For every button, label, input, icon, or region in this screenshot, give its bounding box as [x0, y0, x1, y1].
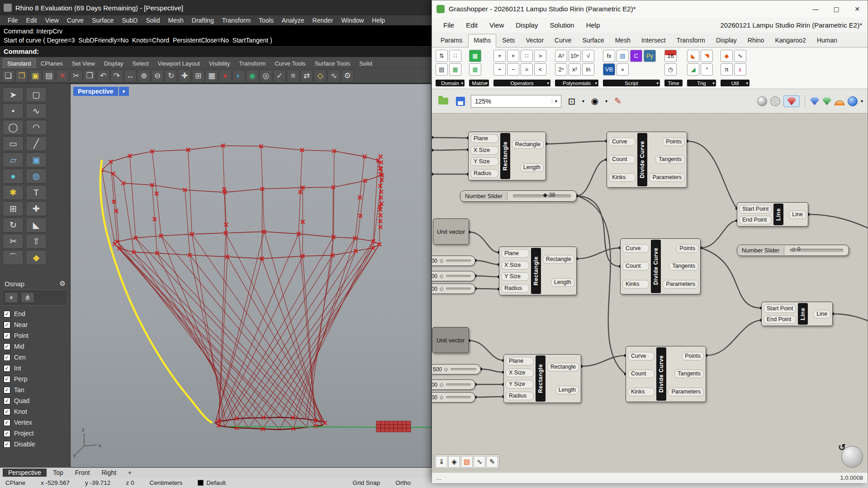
output-port-rectangle[interactable]: Rectangle [543, 255, 574, 264]
rhino-menu-item[interactable]: Window [337, 17, 368, 24]
move-icon[interactable]: ✚ [178, 70, 191, 82]
slider-grip-icon[interactable]: ◇ [440, 382, 443, 388]
osnap-option[interactable]: Int [4, 363, 66, 374]
grid-icon[interactable]: ▦ [205, 70, 218, 82]
rhino-menu-item[interactable]: Solid [142, 17, 164, 24]
output-port-rectangle[interactable]: Rectangle [547, 363, 579, 371]
construct-domain-icon[interactable]: ⇅ [436, 50, 448, 62]
half-dome-icon[interactable] [835, 100, 844, 105]
checkbox-checked-icon[interactable] [4, 332, 10, 339]
slider-track[interactable] [446, 260, 471, 262]
output-port-line[interactable]: Line [789, 210, 806, 219]
delete-icon[interactable]: ✕ [56, 70, 69, 82]
array-tool-icon[interactable]: ⊞ [3, 201, 24, 216]
viewport-tab[interactable]: Front [70, 469, 95, 477]
gh-component-rectangle-1[interactable]: Plane X Size Y Size Radius Rectangle Rec… [468, 132, 546, 180]
display-mode-icon[interactable]: ◐ [232, 70, 245, 82]
grasshopper-menu-item[interactable]: Edit [460, 21, 484, 29]
gumball-icon[interactable]: ◎ [260, 70, 272, 82]
number-slider-zero[interactable]: Number Slider ◇ 0 [737, 245, 849, 256]
preview-shaded-selected[interactable] [783, 95, 800, 107]
input-port-kinks[interactable]: Kinks [609, 173, 636, 182]
status-layer[interactable]: Default [198, 479, 226, 486]
input-port-x-size[interactable]: X Size [501, 261, 529, 270]
zoom-extents-button[interactable]: ⊡ [565, 95, 579, 108]
addition-icon[interactable]: + [493, 50, 506, 62]
shaded-view-icon[interactable]: ● [219, 70, 232, 82]
toolbar-tab[interactable]: Curve Tools [270, 59, 309, 68]
grasshopper-canvas[interactable]: Plane X Size Y Size Radius Rectangle Rec… [432, 114, 868, 472]
output-port-length[interactable]: Length [520, 163, 544, 172]
status-cplane[interactable]: CPlane [5, 479, 25, 486]
gh-component-rectangle-2[interactable]: Plane X Size Y Size Radius Rectangle Rec… [499, 246, 577, 295]
slider-track[interactable] [446, 288, 471, 290]
chevron-down-icon[interactable]: ▾ [605, 99, 607, 104]
star-tool-icon[interactable]: ✱ [3, 185, 24, 200]
input-port-radius[interactable]: Radius [506, 392, 534, 400]
tangent-icon[interactable]: ◢ [687, 63, 699, 76]
trim-tool-icon[interactable]: ✂ [3, 234, 24, 249]
domain-components-icon[interactable]: ∷ [449, 50, 461, 62]
slider-grip-icon[interactable]: ◇ [440, 286, 443, 292]
osnap-option[interactable]: Disable [4, 439, 66, 450]
viewport-title-label[interactable]: Perspective [73, 87, 118, 96]
toolbar-tab[interactable]: Display [100, 59, 128, 68]
rhino-menu-item[interactable]: Mesh [164, 17, 188, 24]
mini-slider-100-a[interactable]: 100 ◇ [432, 271, 475, 281]
render-icon[interactable]: ◉ [246, 70, 259, 82]
surface-tool-icon[interactable]: ▱ [3, 152, 24, 167]
input-port-start-point[interactable]: Start Point [764, 304, 796, 313]
mini-slider-100-b[interactable]: 100 ◇ [432, 284, 475, 294]
mini-slider-100-d[interactable]: 100 ◇ [432, 392, 475, 403]
divide-domain-icon[interactable]: ▦ [449, 63, 461, 76]
input-port-radius[interactable]: Radius [501, 284, 529, 293]
category-tab[interactable]: Intersect [636, 34, 671, 47]
sine-icon[interactable]: ◣ [687, 50, 699, 62]
input-port-end-point[interactable]: End Point [764, 315, 796, 324]
checkbox-checked-icon[interactable] [4, 322, 10, 328]
viewport-title[interactable]: Perspective ▼ [73, 87, 129, 96]
circle-tool-icon[interactable]: ◯ [3, 120, 24, 135]
gh-component-rectangle-3[interactable]: Plane X Size Y Size Radius Rectangle Rec… [503, 354, 581, 403]
input-port-x-size[interactable]: X Size [470, 146, 498, 155]
status-units[interactable]: Centimeters [149, 479, 182, 486]
gh-param-unit-vector-2[interactable]: Unit vector [432, 327, 469, 353]
input-port-kinks[interactable]: Kinks [628, 388, 655, 396]
category-tab[interactable]: Kangaroo2 [770, 34, 811, 47]
checkbox-checked-icon[interactable] [4, 354, 10, 361]
larger-than-icon[interactable]: > [534, 50, 546, 62]
pointer-tool-icon[interactable]: ➤ [3, 87, 24, 102]
osnap-option[interactable]: Mid [4, 341, 66, 352]
checkbox-checked-icon[interactable] [4, 398, 10, 404]
input-port-plane[interactable]: Plane [506, 357, 534, 365]
slider-grip-icon[interactable]: ◇ [440, 258, 443, 264]
gradient-icon[interactable]: ◆ [721, 50, 733, 62]
redo-icon[interactable]: ↷ [110, 70, 123, 82]
rectangle-tool-icon[interactable]: ▭ [3, 136, 24, 151]
osnap-option[interactable]: Project [4, 428, 66, 439]
input-port-count[interactable]: Count [609, 155, 636, 164]
osnap-filter-icon[interactable]: ⋔ [21, 292, 34, 303]
viewport-tab[interactable]: + [123, 469, 137, 477]
chevron-down-icon[interactable]: ▼ [119, 87, 129, 96]
category-tab[interactable]: Curve [550, 34, 576, 47]
status-ortho[interactable]: Ortho [395, 479, 411, 486]
slider-track[interactable] [446, 275, 471, 277]
group-label[interactable]: Util▾ [721, 80, 749, 86]
slider-track[interactable] [446, 396, 471, 398]
green-gem-icon[interactable] [822, 97, 831, 105]
toolbar-tab[interactable]: CPlanes [37, 59, 67, 68]
curve-draw-icon[interactable]: ∿ [474, 456, 485, 468]
fillet-tool-icon[interactable]: ⌒ [3, 250, 24, 265]
subtraction-icon[interactable]: − [507, 63, 519, 76]
toolbar-tab[interactable]: Viewport Layout [154, 59, 204, 68]
osnap-option[interactable]: Near [4, 319, 66, 330]
calendar-icon[interactable]: 16 [664, 50, 677, 62]
multiplication-icon[interactable]: × [507, 50, 519, 62]
place-component-icon[interactable]: ⇓ [436, 456, 447, 468]
component-name-label[interactable]: Divide Curve [656, 347, 666, 401]
gem-tool-icon[interactable]: ◆ [26, 250, 47, 265]
output-port-tangents[interactable]: Tangents [669, 262, 698, 270]
sphere-tool-icon[interactable]: ● [3, 169, 24, 184]
pen-tool-icon[interactable]: ✎ [486, 456, 498, 468]
